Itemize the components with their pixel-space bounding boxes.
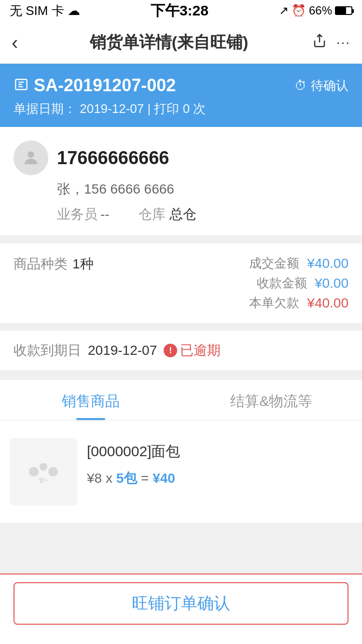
page-title: 销货单详情(来自旺铺) [26,31,312,54]
status-clock-icon: ⏱ [294,78,307,93]
stat-label-2: 本单欠款 [249,294,299,311]
status-time: 下午3:28 [151,1,209,21]
type-label: 商品种类 [14,255,68,273]
stat-value-2: ¥40.00 [307,295,348,311]
svg-point-4 [40,463,47,471]
product-total: ¥40 [153,471,175,486]
status-left: 无 SIM 卡 ☁ [10,2,80,19]
customer-meta: 业务员 -- 仓库 总仓 [57,205,348,224]
location-icon: ↗ [279,4,289,17]
confirm-button[interactable]: 旺铺订单确认 [14,582,348,625]
customer-phone: 17666666666 [57,148,169,168]
avatar [14,140,48,175]
order-id-text: SA-20191207-002 [34,75,176,96]
alarm-icon: ⏰ [292,4,306,17]
share-button[interactable] [312,33,327,52]
product-name: [0000002]面包 [87,442,352,462]
svg-point-3 [29,467,39,476]
stat-value-0: ¥40.00 [307,256,348,271]
customer-name: 张，156 6666 6666 [57,180,348,198]
product-eq: = [137,471,153,486]
warehouse-label: 仓库 [139,205,166,224]
print-info: | 打印 0 次 [147,101,206,116]
stats-left: 商品种类 1种 [14,255,94,273]
stat-row-2: 本单欠款 ¥40.00 [249,294,348,311]
overdue-text: 已逾期 [180,341,221,360]
status-text: 待确认 [311,77,348,94]
due-date-value: 2019-12-07 [88,343,157,358]
battery-icon [335,6,352,15]
overdue-icon: ! [164,344,177,357]
customer-section: 17666666666 张，156 6666 6666 业务员 -- 仓库 总仓 [0,127,362,236]
svg-text:管+: 管+ [39,477,48,484]
due-label: 收款到期日 [14,341,81,360]
order-date-value: 2019-12-07 [80,101,144,116]
order-date-line: 单据日期： 2019-12-07 | 打印 0 次 [14,100,348,117]
order-header-top: SA-20191207-002 ⏱ 待确认 [14,75,348,96]
product-price-line: ¥8 x 5包 = ¥40 [87,469,352,488]
tabs-section: 销售商品 结算&物流等 [0,380,362,420]
stats-right: 成交金额 ¥40.00 收款金额 ¥0.00 本单欠款 ¥40.00 [249,255,348,311]
type-value: 1种 [72,255,94,273]
order-id: SA-20191207-002 [14,75,176,96]
nav-bar: ‹ 销货单详情(来自旺铺) ··· [0,21,362,64]
nav-actions: ··· [312,33,350,52]
product-qty: 5包 [116,471,138,486]
more-button[interactable]: ··· [336,35,350,50]
product-unit-price: ¥8 x [87,471,116,486]
warehouse-value: 总仓 [169,205,196,224]
stat-label-1: 收款金额 [257,275,307,292]
status-bar: 无 SIM 卡 ☁ 下午3:28 ↗ ⏰ 66% [0,0,362,21]
due-section: 收款到期日 2019-12-07 ! 已逾期 [0,331,362,370]
svg-point-2 [28,152,34,158]
stat-label-0: 成交金额 [249,255,299,272]
order-header: SA-20191207-002 ⏱ 待确认 单据日期： 2019-12-07 |… [0,64,362,127]
date-label: 单据日期： [14,101,76,116]
stats-section: 商品种类 1种 成交金额 ¥40.00 收款金额 ¥0.00 本单欠款 ¥40.… [0,243,362,323]
overdue-badge: ! 已逾期 [164,341,221,360]
product-info: [0000002]面包 ¥8 x 5包 = ¥40 [87,438,352,488]
product-thumb-icon: 管+ [24,457,63,486]
product-section: 管+ [0000002]面包 ¥8 x 5包 = ¥40 [0,420,362,523]
svg-point-5 [48,467,58,476]
order-icon [14,75,29,96]
sales-label: 业务员 [57,205,97,224]
tab-settlement[interactable]: 结算&物流等 [181,380,362,420]
back-button[interactable]: ‹ [12,33,18,52]
stat-row-1: 收款金额 ¥0.00 [257,275,348,292]
product-item: 管+ [0000002]面包 ¥8 x 5包 = ¥40 [10,430,352,513]
tabs-row: 销售商品 结算&物流等 [0,380,362,420]
bottom-btn-area: 旺铺订单确认 [0,574,362,644]
stat-row-0: 成交金额 ¥40.00 [249,255,348,272]
order-status: ⏱ 待确认 [294,77,348,94]
sales-value: -- [100,207,110,222]
tab-sales-products[interactable]: 销售商品 [0,380,181,420]
status-right: ↗ ⏰ 66% [279,4,352,17]
stat-value-1: ¥0.00 [315,276,348,291]
product-thumbnail: 管+ [10,438,77,505]
customer-top: 17666666666 [14,140,348,175]
battery-percent: 66% [309,4,332,17]
